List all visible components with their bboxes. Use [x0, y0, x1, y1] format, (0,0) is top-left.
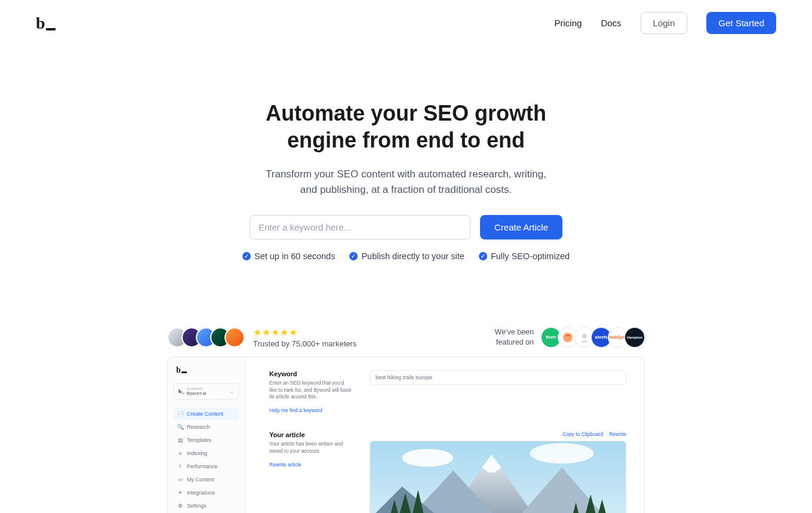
featured-text: We've been featured on — [495, 327, 534, 348]
brand-logo[interactable]: b — [36, 14, 56, 33]
indexing-icon: ≡ — [177, 450, 183, 456]
feature-label: Set up in 60 seconds — [254, 251, 335, 261]
article-section-label: Your article Your article has been writt… — [269, 431, 353, 513]
keyword-input[interactable] — [250, 215, 470, 239]
hero-title: Automate your SEO growth engine from end… — [12, 100, 800, 153]
svg-point-0 — [563, 333, 573, 342]
sidebar-item-create-content[interactable]: 📄 Create Content — [174, 408, 239, 420]
feature-item: ✓ Set up in 60 seconds — [242, 251, 335, 261]
social-left: ★★★★★ Trusted by 75,000+ marketers — [167, 327, 356, 348]
keyword-section-label: Keyword Enter an SEO keyword that you'd … — [269, 370, 353, 415]
check-icon: ✓ — [479, 252, 487, 260]
keyword-desc: Enter an SEO keyword that you'd like to … — [269, 380, 353, 401]
article-image — [370, 441, 626, 513]
feature-list: ✓ Set up in 60 seconds ✓ Publish directl… — [12, 251, 800, 261]
nav-docs[interactable]: Docs — [601, 18, 621, 28]
gear-icon: ⚙ — [177, 503, 183, 509]
sidebar-item-integrations[interactable]: ⚭ Integrations — [174, 487, 239, 499]
sidebar-item-research[interactable]: 🔍 Research — [174, 421, 239, 433]
article-title: Your article — [269, 431, 353, 438]
dashboard-main: Keyword Enter an SEO keyword that you'd … — [245, 357, 644, 513]
create-article-button[interactable]: Create Article — [480, 215, 562, 239]
find-keyword-link[interactable]: Help me find a keyword — [269, 407, 322, 413]
social-proof: ★★★★★ Trusted by 75,000+ marketers We've… — [167, 327, 645, 348]
keyword-field[interactable] — [370, 370, 626, 385]
rewrite-article-link[interactable]: Rewrite article — [269, 462, 302, 468]
avatar — [224, 327, 245, 348]
social-right: We've been featured on fiverr ahrefs Hub… — [495, 327, 645, 348]
folder-icon: ▭ — [177, 477, 183, 483]
press-logos: fiverr ahrefs HubSpot Hampton — [541, 327, 645, 348]
rating: ★★★★★ Trusted by 75,000+ marketers — [253, 327, 356, 348]
domain-selector[interactable]: b_ DOMAIN Byword.ai ⌄ — [174, 383, 239, 400]
feature-item: ✓ Publish directly to your site — [349, 251, 464, 261]
avatar-stack — [167, 327, 245, 348]
check-icon: ✓ — [242, 252, 251, 260]
hero: Automate your SEO growth engine from end… — [0, 46, 812, 285]
login-button[interactable]: Login — [641, 12, 688, 34]
sidebar-item-settings[interactable]: ⚙ Settings — [174, 500, 239, 512]
keyword-form: Create Article — [12, 215, 800, 239]
feature-item: ✓ Fully SEO-optimized — [479, 251, 570, 261]
article-desc: Your article has been written and saved … — [269, 441, 353, 455]
plug-icon: ⚭ — [177, 490, 183, 496]
dashboard-preview: b b_ DOMAIN Byword.ai ⌄ 📄 Create Content… — [167, 357, 645, 513]
domain-value: Byword.ai — [187, 391, 207, 397]
hero-subtitle: Transform your SEO content with automate… — [257, 167, 555, 198]
header: b Pricing Docs Login Get Started — [0, 0, 812, 46]
sidebar-item-templates[interactable]: ▤ Templates — [174, 434, 239, 446]
dashboard-logo: b — [174, 365, 239, 375]
chart-icon: ⫯ — [177, 463, 183, 469]
feature-label: Publish directly to your site — [361, 251, 464, 261]
document-icon: 📄 — [177, 411, 183, 417]
templates-icon: ▤ — [177, 437, 183, 443]
copy-clipboard-link[interactable]: Copy to Clipboard — [562, 431, 603, 437]
article-actions: Copy to Clipboard Rewrite — [370, 431, 626, 437]
nav-pricing[interactable]: Pricing — [555, 18, 582, 28]
search-icon: 🔍 — [177, 424, 183, 430]
dashboard-sidebar: b b_ DOMAIN Byword.ai ⌄ 📄 Create Content… — [168, 357, 245, 513]
feature-label: Fully SEO-optimized — [491, 251, 570, 261]
check-icon: ✓ — [349, 252, 358, 260]
keyword-title: Keyword — [269, 370, 353, 377]
press-logo-hampton: Hampton — [625, 327, 645, 348]
sidebar-item-performance[interactable]: ⫯ Performance — [174, 460, 239, 472]
svg-point-3 — [402, 449, 454, 467]
sidebar-item-my-content[interactable]: ▭ My Content — [174, 474, 239, 486]
trusted-text: Trusted by 75,000+ marketers — [253, 339, 356, 348]
svg-point-4 — [530, 443, 594, 463]
sidebar-item-indexing[interactable]: ≡ Indexing — [174, 447, 239, 459]
main-nav: Pricing Docs Login Get Started — [555, 12, 776, 34]
get-started-button[interactable]: Get Started — [706, 12, 776, 34]
star-icons: ★★★★★ — [253, 327, 356, 338]
chevron-down-icon: ⌄ — [230, 389, 234, 394]
rewrite-link[interactable]: Rewrite — [609, 431, 626, 437]
svg-point-1 — [582, 334, 587, 339]
